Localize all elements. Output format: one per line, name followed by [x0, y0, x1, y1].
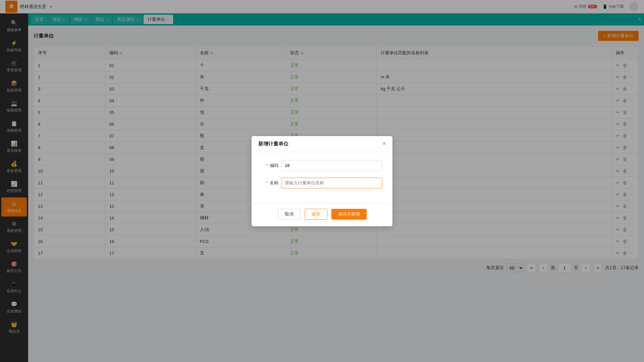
modal-overlay: 新增计量单位 × * 编码 * 名称 取消 保存 保存并新增: [0, 0, 644, 362]
modal-header: 新增计量单位 ×: [252, 136, 392, 152]
save-button[interactable]: 保存: [305, 209, 327, 220]
code-label: * 编码: [262, 163, 278, 169]
name-input[interactable]: [281, 178, 382, 188]
modal-body: * 编码 * 名称: [252, 152, 392, 203]
required-star: *: [266, 163, 268, 168]
modal-close-button[interactable]: ×: [383, 141, 386, 147]
required-star: *: [266, 180, 268, 185]
cancel-button[interactable]: 取消: [278, 209, 301, 220]
modal-footer: 取消 保存 保存并新增: [252, 203, 392, 226]
code-input[interactable]: [281, 160, 382, 171]
save-and-new-button[interactable]: 保存并新增: [331, 209, 367, 220]
add-unit-modal: 新增计量单位 × * 编码 * 名称 取消 保存 保存并新增: [252, 136, 392, 226]
form-row-name: * 名称: [262, 178, 382, 188]
form-row-code: * 编码: [262, 160, 382, 171]
name-label: * 名称: [262, 180, 278, 186]
modal-title: 新增计量单位: [258, 141, 288, 147]
